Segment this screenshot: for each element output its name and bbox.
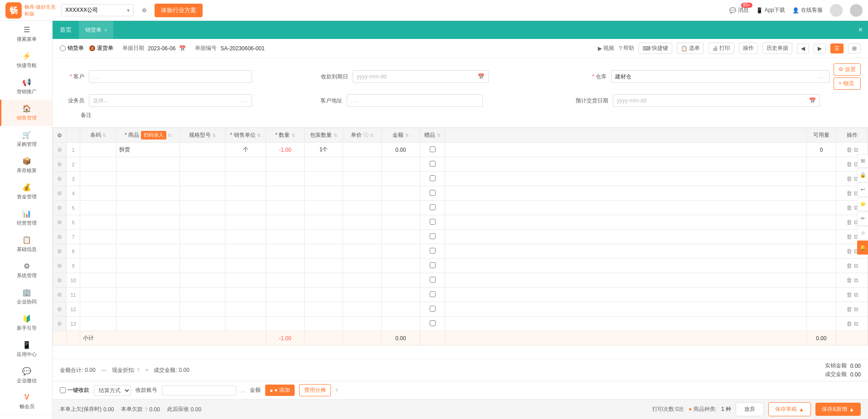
- row-amount[interactable]: [382, 215, 420, 230]
- gift-checkbox[interactable]: [430, 262, 436, 268]
- row-unit[interactable]: [225, 302, 266, 317]
- app-download-btn[interactable]: 📱 App下载: [756, 6, 785, 14]
- row-remark[interactable]: [445, 273, 807, 288]
- row-unit[interactable]: [225, 273, 266, 288]
- row-amount[interactable]: [382, 244, 420, 259]
- row-unit[interactable]: [225, 215, 266, 230]
- sale-order-radio-input[interactable]: [60, 45, 66, 51]
- row-price[interactable]: [343, 215, 382, 230]
- row-gift[interactable]: [420, 230, 445, 244]
- float-btn-lock[interactable]: 🔒: [857, 168, 868, 182]
- float-btn-bookmark[interactable]: ☆: [857, 226, 868, 240]
- return-order-radio[interactable]: 退货单: [89, 44, 113, 52]
- row-remark[interactable]: [445, 302, 807, 317]
- float-btn-back[interactable]: ↩: [857, 183, 868, 197]
- calc-method-select[interactable]: 结算方式: [94, 385, 131, 396]
- row-amount[interactable]: [382, 157, 420, 172]
- settings-btn[interactable]: ⚙ 设置: [834, 63, 861, 76]
- doc-short-info-icon[interactable]: ?: [145, 407, 147, 412]
- delete-icon[interactable]: 🗑: [846, 320, 852, 327]
- online-service-btn[interactable]: 👤 在线客服: [792, 6, 823, 14]
- view-list-btn[interactable]: ☰: [830, 43, 844, 53]
- delete-icon[interactable]: 🗑: [846, 248, 852, 255]
- row-pack-qty[interactable]: [305, 273, 343, 288]
- avatar2[interactable]: [850, 4, 863, 17]
- float-btn-notify[interactable]: 🔔: [857, 241, 868, 255]
- tab-home[interactable]: 首页: [53, 21, 79, 39]
- sidebar-item-search[interactable]: ☰ 搜索菜单: [0, 21, 52, 47]
- row-product[interactable]: [116, 273, 180, 288]
- shortcut-btn[interactable]: ⌨ 快捷键: [639, 43, 672, 54]
- row-barcode[interactable]: [80, 230, 116, 244]
- copy-icon[interactable]: ⧉: [854, 277, 858, 284]
- save-new-btn[interactable]: 保存&新增 ▲: [815, 403, 861, 416]
- gift-checkbox[interactable]: [430, 219, 436, 225]
- delete-icon[interactable]: 🗑: [846, 277, 852, 284]
- row-product[interactable]: [116, 215, 180, 230]
- due-date-calendar-icon[interactable]: 📅: [478, 73, 485, 80]
- delete-icon[interactable]: 🗑: [846, 219, 852, 226]
- history-btn[interactable]: 历史单据: [762, 43, 792, 54]
- delete-icon[interactable]: 🗑: [846, 262, 852, 269]
- one-click-pay-checkbox[interactable]: 一键收款: [60, 386, 89, 394]
- row-barcode[interactable]: [80, 302, 116, 317]
- row-price[interactable]: [343, 157, 382, 172]
- row-gift[interactable]: [420, 201, 445, 215]
- sidebar-item-finance[interactable]: 💰 资金管理: [0, 178, 52, 205]
- gift-checkbox[interactable]: [430, 248, 436, 254]
- row-pack-qty[interactable]: [305, 230, 343, 244]
- abandon-btn[interactable]: 放弃: [736, 402, 764, 416]
- sidebar-item-marketing[interactable]: 📢 营销推广: [0, 73, 52, 100]
- col-settings[interactable]: ⚙: [53, 128, 67, 143]
- row-price[interactable]: [343, 317, 382, 331]
- gift-checkbox[interactable]: [430, 161, 436, 167]
- sidebar-item-inventory[interactable]: 📦 库存核算: [0, 152, 52, 178]
- row-pack-qty[interactable]: [305, 157, 343, 172]
- sale-order-radio[interactable]: 销货单: [60, 44, 84, 52]
- date-calendar-icon[interactable]: 📅: [179, 45, 186, 52]
- row-remark[interactable]: [445, 215, 807, 230]
- sidebar-item-enterprise[interactable]: 🏢 企业协同: [0, 284, 52, 310]
- row-spec[interactable]: [180, 215, 225, 230]
- gift-checkbox[interactable]: [430, 320, 436, 326]
- row-barcode[interactable]: [80, 244, 116, 259]
- row-unit[interactable]: [225, 244, 266, 259]
- row-amount[interactable]: [382, 201, 420, 215]
- settings-icon-btn[interactable]: ⚙: [137, 4, 151, 17]
- gift-checkbox[interactable]: [430, 175, 436, 181]
- row-unit[interactable]: [225, 186, 266, 201]
- row-spec[interactable]: [180, 143, 225, 157]
- scan-btn[interactable]: 扫码录入: [141, 131, 166, 140]
- row-gift[interactable]: [420, 288, 445, 302]
- gift-checkbox[interactable]: [430, 146, 436, 152]
- row-gift[interactable]: [420, 172, 445, 186]
- float-btn-itl[interactable]: Itl: [857, 154, 868, 168]
- sidebar-item-corpwechat[interactable]: 💬 企业微信: [0, 362, 52, 389]
- warehouse-input[interactable]: 建材仓 ...: [611, 70, 829, 83]
- one-click-pay-input[interactable]: [60, 387, 66, 393]
- sidebar-item-guide[interactable]: 🔰 新手引导: [0, 310, 52, 336]
- float-btn-edit[interactable]: ✏: [857, 212, 868, 226]
- customer-addr-input[interactable]: ...: [347, 94, 483, 107]
- row-pack-qty[interactable]: [305, 172, 343, 186]
- row-qty[interactable]: [266, 288, 305, 302]
- row-spec[interactable]: [180, 244, 225, 259]
- row-amount[interactable]: 0.00: [382, 143, 420, 157]
- row-barcode[interactable]: [80, 172, 116, 186]
- avatar[interactable]: [830, 4, 843, 17]
- row-product[interactable]: [116, 302, 180, 317]
- row-product[interactable]: [116, 186, 180, 201]
- sidebar-item-sales[interactable]: 🏠 销售管理: [0, 100, 52, 126]
- row-amount[interactable]: [382, 172, 420, 186]
- price-info-icon[interactable]: ⓘ: [364, 132, 369, 138]
- copy-icon[interactable]: ⧉: [854, 320, 858, 327]
- delete-icon[interactable]: 🗑: [846, 146, 852, 153]
- row-gift[interactable]: [420, 317, 445, 331]
- gift-checkbox[interactable]: [430, 291, 436, 297]
- delete-icon[interactable]: 🗑: [846, 204, 852, 211]
- row-qty[interactable]: [266, 259, 305, 273]
- print-btn[interactable]: 🖨 打印: [708, 43, 734, 54]
- row-amount[interactable]: [382, 288, 420, 302]
- fee-btn[interactable]: 费用分摊: [299, 384, 331, 396]
- row-pack-qty[interactable]: [305, 302, 343, 317]
